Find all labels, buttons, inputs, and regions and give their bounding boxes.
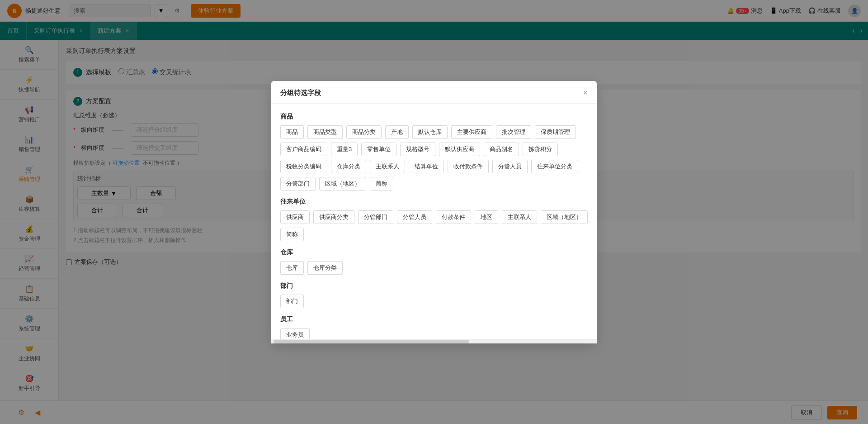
- field-tag-main-supplier[interactable]: 主要供应商: [451, 125, 492, 139]
- field-tag-weight[interactable]: 重量3: [331, 143, 358, 156]
- field-tag-product-type[interactable]: 商品类型: [307, 125, 343, 139]
- field-tag-points[interactable]: 拣货积分: [523, 143, 558, 156]
- modal-close-btn[interactable]: ×: [583, 88, 588, 98]
- modal-header: 分组待选字段 ×: [271, 81, 597, 104]
- modal-hscroll-thumb: [274, 340, 469, 343]
- field-tag-salesperson[interactable]: 业务员: [280, 328, 310, 340]
- section-title-warehouse: 仓库: [280, 248, 588, 257]
- field-tag-partner-dept[interactable]: 分管部门: [358, 210, 393, 224]
- modal-body: 商品 商品 商品类型 商品分类 产地 默认仓库 主要供应商 批次管理 保质期管理…: [271, 104, 597, 340]
- field-tag-partner-manager[interactable]: 分管人员: [397, 210, 432, 224]
- field-tag-partner-abbr[interactable]: 简称: [280, 228, 304, 241]
- field-tag-supplier[interactable]: 供应商: [280, 210, 310, 224]
- field-select-modal: 分组待选字段 × 商品 商品 商品类型 商品分类 产地 默认仓库 主要供应商 批…: [271, 81, 597, 343]
- field-tag-warehouse-cat[interactable]: 仓库分类: [307, 261, 343, 275]
- field-tag-default-supplier[interactable]: 默认供应商: [439, 143, 480, 156]
- field-tag-partner-category[interactable]: 往来单位分类: [531, 160, 578, 173]
- modal-overlay: 分组待选字段 × 商品 商品 商品类型 商品分类 产地 默认仓库 主要供应商 批…: [0, 0, 868, 424]
- section-title-product: 商品: [280, 113, 588, 121]
- field-tag-product-category[interactable]: 商品分类: [346, 125, 382, 139]
- field-tag-warehouse-category[interactable]: 仓库分类: [331, 160, 366, 173]
- field-tags-warehouse: 仓库 仓库分类: [280, 261, 588, 275]
- section-title-dept: 部门: [280, 282, 588, 290]
- field-tag-default-warehouse[interactable]: 默认仓库: [412, 125, 448, 139]
- field-tag-supplier-category[interactable]: 供应商分类: [313, 210, 354, 224]
- field-tag-spec[interactable]: 规格型号: [400, 143, 435, 156]
- field-tag-warehouse[interactable]: 仓库: [280, 261, 304, 275]
- field-tag-payment-cond[interactable]: 付款条件: [436, 210, 471, 224]
- section-title-partner: 往来单位: [280, 198, 588, 206]
- field-tag-abbr[interactable]: 简称: [370, 177, 393, 191]
- field-tags-staff: 业务员: [280, 328, 588, 340]
- field-tag-partner-region[interactable]: 区域（地区）: [541, 210, 588, 224]
- field-tag-partner-contact[interactable]: 主联系人: [502, 210, 537, 224]
- field-tags-partner: 供应商 供应商分类 分管部门 分管人员 付款条件 地区 主联系人 区域（地区） …: [280, 210, 588, 241]
- field-tags-product: 商品 商品类型 商品分类 产地 默认仓库 主要供应商 批次管理 保质期管理 客户…: [280, 125, 588, 191]
- field-tag-product[interactable]: 商品: [280, 125, 304, 139]
- modal-horizontal-scrollbar[interactable]: [271, 339, 597, 343]
- field-tag-retail-unit[interactable]: 零售单位: [361, 143, 396, 156]
- modal-title: 分组待选字段: [280, 89, 321, 97]
- field-tag-customer-code[interactable]: 客户商品编码: [280, 143, 327, 156]
- field-tag-shelf-life[interactable]: 保质期管理: [535, 125, 576, 139]
- field-tag-alias[interactable]: 商品别名: [484, 143, 519, 156]
- field-tag-manager[interactable]: 分管人员: [492, 160, 528, 173]
- field-tag-tax-code[interactable]: 税收分类编码: [280, 160, 327, 173]
- section-title-staff: 员工: [280, 315, 588, 324]
- field-tag-payment-terms[interactable]: 收付款条件: [448, 160, 489, 173]
- field-tag-area[interactable]: 地区: [475, 210, 498, 224]
- field-tag-settlement-unit[interactable]: 结算单位: [409, 160, 444, 173]
- field-tags-dept: 部门: [280, 295, 588, 308]
- field-tag-origin[interactable]: 产地: [385, 125, 409, 139]
- field-tag-main-contact[interactable]: 主联系人: [370, 160, 405, 173]
- field-tag-department[interactable]: 部门: [280, 295, 304, 308]
- field-tag-batch-mgmt[interactable]: 批次管理: [496, 125, 531, 139]
- field-tag-region[interactable]: 区域（地区）: [319, 177, 366, 191]
- field-tag-dept[interactable]: 分管部门: [280, 177, 316, 191]
